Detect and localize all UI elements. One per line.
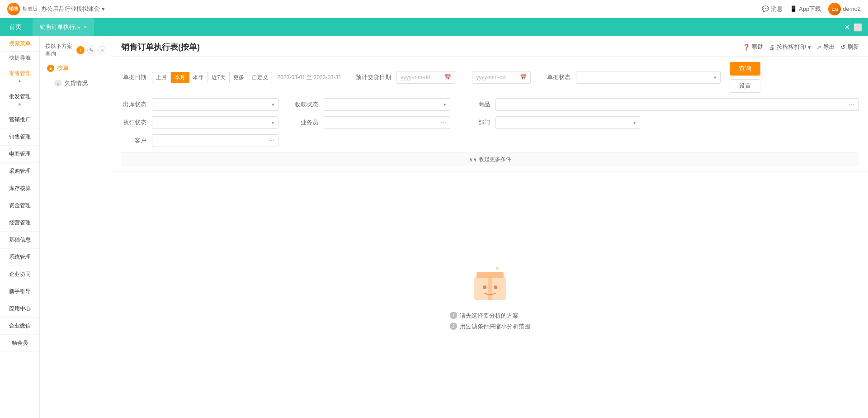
settings-button[interactable]: 设置 (730, 79, 760, 93)
expected-date-start[interactable]: yyyy-mm-dd 📅 (396, 71, 455, 84)
sidebar-item-retail[interactable]: 零售管理 ▲ (0, 65, 39, 88)
title-actions: ❓ 帮助 🖨 按模板打印 ▾ ↗ 导出 ↺ (743, 43, 859, 51)
left-panel: 按以下方案查询 + ✎ « ● 按单 ○ 欠货情况 (40, 36, 112, 418)
hint-text-1: 请先选择要分析的方案 (460, 312, 519, 320)
header-left: 销售 标准版 办公用品行业模拟账套 ▾ (7, 3, 105, 15)
execute-select[interactable]: ▾ (152, 116, 278, 129)
date-tab-this-year[interactable]: 本年 (189, 72, 208, 83)
right-content: 销售订单执行表(按单) ❓ 帮助 🖨 按模板打印 ▾ ↗ (112, 36, 868, 418)
date-tab-7days[interactable]: 近7天 (208, 72, 230, 83)
sidebar-item-inventory[interactable]: 库存核算 (0, 180, 39, 197)
sales-dots-icon[interactable]: ··· (440, 119, 446, 127)
company-selector[interactable]: 办公用品行业模拟账套 ▾ (41, 5, 105, 13)
date-tab-more[interactable]: 更多 (230, 72, 248, 83)
svg-point-6 (494, 285, 497, 289)
header-right: 💬 消息 📱 App下载 Ea demo2 (762, 3, 861, 15)
sidebar-quick-nav[interactable]: 快捷导航 (0, 52, 39, 65)
sidebar-item-enterprise-wechat[interactable]: 企业微信 (0, 318, 39, 335)
dept-label: 部门 (465, 119, 490, 127)
company-name: 办公用品行业模拟账套 (41, 5, 100, 13)
window-close-icon[interactable]: ✕ (844, 23, 850, 32)
date-range-display: 2023-03-01 至 2023-03-31 (278, 74, 341, 81)
hint-item-1: 1 请先选择要分析的方案 (450, 312, 530, 320)
user-profile[interactable]: Ea demo2 (828, 3, 861, 15)
message-button[interactable]: 💬 消息 (762, 5, 783, 13)
sidebar-item-system[interactable]: 系统管理 (0, 249, 39, 266)
logo-icon: 销售 (7, 3, 20, 15)
sidebar-item-member[interactable]: 畅会员 (0, 335, 39, 352)
filter-row-4: 客户 ··· (121, 134, 859, 147)
sidebar-item-enterprise[interactable]: 企业协同 (0, 266, 39, 283)
scheme-item-by-order[interactable]: ● 按单 (40, 61, 112, 76)
date-tab-last-month[interactable]: 上月 (152, 72, 171, 83)
hint-num-2: 2 (450, 323, 457, 330)
download-icon: 📱 (790, 5, 797, 12)
date-tab-this-month[interactable]: 本月 (171, 72, 189, 83)
dept-select[interactable]: ▾ (495, 116, 640, 129)
sales-field: ··· (324, 116, 450, 129)
sidebar-item-purchase[interactable]: 采购管理 (0, 163, 39, 180)
customer-input[interactable]: ··· (152, 134, 278, 147)
expected-date-end[interactable]: yyyy-mm-dd 📅 (472, 71, 531, 84)
chevron-icon: ▲ (18, 78, 22, 83)
scheme-icon: ● (47, 65, 54, 72)
sidebar-item-sales[interactable]: 销售管理 (0, 128, 39, 146)
avatar: Ea (828, 3, 841, 15)
sidebar-item-basic-info[interactable]: 基础信息 (0, 232, 39, 249)
sidebar-item-app-center[interactable]: 应用中心 (0, 300, 39, 318)
empty-state: ✦ ✦ 1 请先选择要分析的方案 (450, 259, 530, 331)
help-button[interactable]: ❓ 帮助 (743, 43, 764, 51)
delivery-select[interactable]: ▾ (152, 98, 278, 111)
date-tabs: 上月 本月 本年 近7天 更多 自定义 (152, 72, 272, 83)
sidebar: 搜索菜单 快捷导航 零售管理 ▲ 批发管理 ▲ 营销推广 销售管理 电商管理 采… (0, 36, 40, 418)
execute-label: 执行状态 (121, 119, 146, 127)
sidebar-item-finance[interactable]: 资金管理 (0, 197, 39, 214)
content-area: 按以下方案查询 + ✎ « ● 按单 ○ 欠货情况 (40, 36, 868, 418)
delivery-label: 出库状态 (121, 100, 146, 109)
panel-add-button[interactable]: + (76, 46, 85, 54)
status-label: 单据状态 (545, 73, 571, 81)
delivery-dropdown-icon: ▾ (272, 102, 274, 108)
sidebar-search[interactable]: 搜索菜单 (0, 36, 39, 52)
dept-dropdown-icon: ▾ (633, 120, 636, 126)
hint-item-2: 2 用过滤条件来缩小分析范围 (450, 323, 530, 331)
collection-select[interactable]: ▾ (324, 98, 450, 111)
scheme-item-backorder[interactable]: ○ 欠货情况 (40, 76, 112, 90)
date-tab-custom[interactable]: 自定义 (248, 72, 272, 83)
status-select[interactable]: ▾ (576, 71, 721, 84)
app-download-button[interactable]: 📱 App下载 (790, 5, 821, 13)
sidebar-item-ecommerce[interactable]: 电商管理 (0, 146, 39, 163)
sales-input[interactable]: ··· (324, 116, 450, 129)
export-button[interactable]: ↗ 导出 (816, 43, 835, 51)
expected-date-label: 预计交货日期 (356, 73, 391, 81)
sales-label: 业务员 (293, 119, 318, 127)
customer-dots-icon[interactable]: ··· (269, 137, 274, 145)
print-button[interactable]: 🖨 按模板打印 ▾ (769, 43, 811, 51)
tab-close-icon[interactable]: × (84, 24, 87, 30)
product-label: 商品 (465, 100, 490, 109)
refresh-button[interactable]: ↺ 刷新 (840, 43, 859, 51)
product-dots-icon[interactable]: ··· (849, 100, 855, 109)
sidebar-item-guide[interactable]: 新手引导 (0, 283, 39, 300)
window-expand-icon[interactable]: ⬜ (854, 23, 863, 32)
filter-row-2: 出库状态 ▾ 收款状态 ▾ 商品 ··· (121, 98, 859, 111)
query-button[interactable]: 查询 (730, 62, 760, 76)
tab-sales-order[interactable]: 销售订单执行表 × (33, 18, 94, 36)
content-with-panel: 按以下方案查询 + ✎ « ● 按单 ○ 欠货情况 (40, 36, 868, 418)
empty-illustration: ✦ ✦ (467, 259, 513, 304)
panel-edit-button[interactable]: ✎ (87, 46, 95, 54)
logo-subtitle: 标准版 (23, 6, 38, 12)
tab-home[interactable]: 首页 (0, 18, 31, 36)
logo-area: 销售 标准版 (7, 3, 38, 15)
sidebar-item-marketing[interactable]: 营销推广 (0, 111, 39, 128)
product-input[interactable]: ··· (495, 98, 859, 111)
message-icon: 💬 (762, 5, 769, 12)
sub-scheme-icon: ○ (54, 80, 61, 87)
calendar-icon: 📅 (444, 74, 451, 81)
sidebar-item-operations[interactable]: 经营管理 (0, 214, 39, 232)
panel-collapse-button[interactable]: « (98, 46, 106, 54)
sidebar-item-wholesale[interactable]: 批发管理 ▲ (0, 88, 39, 111)
collection-label: 收款状态 (293, 100, 318, 109)
collapse-bar[interactable]: ∧∧ 收起更多条件 (121, 152, 859, 166)
status-dropdown-icon: ▾ (714, 75, 717, 81)
